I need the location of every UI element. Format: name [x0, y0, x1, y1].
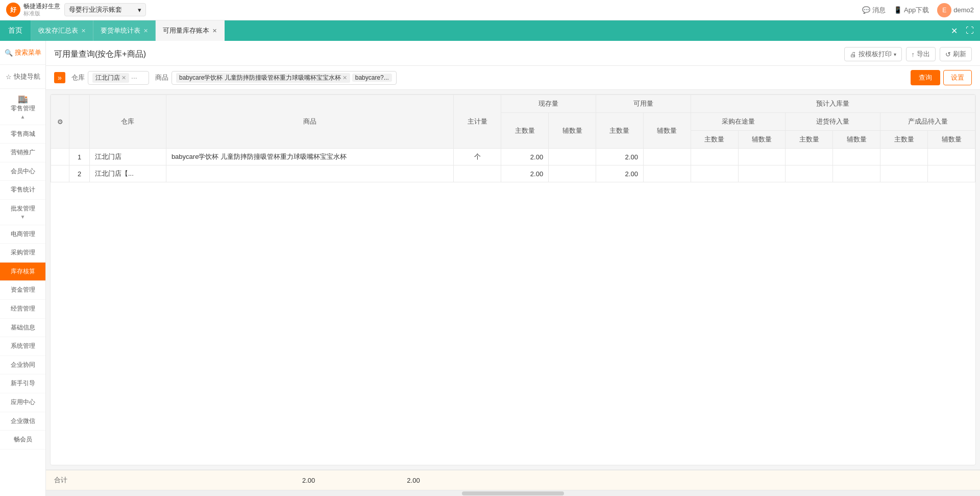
page-header: 可用量查询(按仓库+商品) 🖨 按模板打印 ▾ ↑ 导出 ↺ 刷新 — [46, 41, 980, 66]
warehouse-more-icon[interactable]: ··· — [131, 74, 137, 82]
quick-nav-label: 快捷导航 — [14, 72, 40, 81]
th-production-group: 产成品待入量 — [880, 113, 975, 131]
th-avail-main: 主数量 — [596, 113, 644, 149]
tab-yaohuo[interactable]: 要货单统计表 ✕ — [93, 20, 156, 41]
quick-nav-button[interactable]: ☆ 快捷导航 — [0, 69, 45, 84]
bottom-scrollbar[interactable] — [46, 490, 980, 496]
user-menu[interactable]: E demo2 — [937, 3, 974, 17]
sidebar-item-member-center[interactable]: 会员中心 — [0, 162, 45, 181]
tab-kuyongliang-close[interactable]: ✕ — [212, 28, 217, 34]
sidebar-item-retail-mgmt[interactable]: 🏬 零售管理 ▲ — [0, 89, 45, 125]
refresh-icon: ↺ — [945, 51, 951, 58]
warehouse-filter-label: 仓库 — [71, 73, 85, 82]
sidebar-item-wholesale-mgmt-label: 批发管理 — [11, 205, 35, 213]
company-name: 母婴行业演示账套 — [69, 5, 122, 14]
sidebar-item-app-center[interactable]: 应用中心 — [0, 393, 45, 412]
table-container: ⚙ 仓库 商品 主计量 现存量 可用量 预计入库量 主数量 辅数量 主数量 — [50, 94, 976, 465]
export-icon: ↑ — [912, 51, 915, 58]
table-row: 1 江北门店 babycare学饮杯 儿童防摔防撞吸管杯重力球吸嘴杯宝宝水杯 个… — [51, 149, 975, 166]
tab-shoufacun[interactable]: 收发存汇总表 ✕ — [31, 20, 93, 41]
logo-subtext: 标准版 — [23, 10, 60, 17]
th-current-main: 主数量 — [501, 113, 549, 149]
sidebar-item-finance[interactable]: 资金管理 — [0, 281, 45, 300]
refresh-label: 刷新 — [953, 50, 966, 59]
sidebar-item-enterprise-coop[interactable]: 企业协同 — [0, 356, 45, 375]
search-menu-label: 搜索菜单 — [15, 48, 41, 57]
gear-icon[interactable]: ⚙ — [57, 118, 63, 126]
product-filter-label: 商品 — [155, 73, 168, 82]
sidebar-item-finance-label: 资金管理 — [11, 286, 35, 294]
th-available-group: 可用量 — [596, 95, 691, 113]
sidebar-search-area: 🔍 搜索菜单 — [0, 41, 45, 65]
message-button[interactable]: 💬 消息 — [862, 6, 886, 15]
filter-action-buttons: 查询 设置 — [911, 70, 972, 85]
template-dropdown-icon: ▾ — [894, 52, 896, 57]
refresh-button[interactable]: ↺ 刷新 — [940, 47, 972, 61]
query-button[interactable]: 查询 — [911, 70, 940, 85]
settings-button[interactable]: 设置 — [943, 70, 972, 85]
message-label: 消息 — [872, 6, 886, 15]
th-pt-aux: 辅数量 — [738, 131, 786, 149]
print-icon: 🖨 — [850, 51, 856, 58]
app-download-button[interactable]: 📱 App下载 — [894, 6, 929, 15]
th-current-aux: 辅数量 — [549, 113, 596, 149]
search-menu-button[interactable]: 🔍 搜索菜单 — [4, 46, 41, 59]
cell-prod-main — [880, 149, 928, 166]
cell-warehouse: 江北门店 — [90, 149, 166, 166]
product-tag-1-close[interactable]: ✕ — [342, 75, 347, 81]
th-warehouse: 仓库 — [90, 95, 166, 149]
export-button[interactable]: ↑ 导出 — [906, 47, 936, 61]
th-inc-main: 主数量 — [786, 131, 833, 149]
sidebar-item-retail-mall[interactable]: 零售商城 — [0, 125, 45, 144]
sidebar-item-enterprise-wechat[interactable]: 企业微信 — [0, 412, 45, 431]
th-main-unit: 主计量 — [454, 95, 501, 149]
tab-shoufacun-close[interactable]: ✕ — [81, 28, 86, 34]
cell-inc-main — [786, 149, 833, 166]
scroll-thumb[interactable] — [462, 491, 564, 495]
cell-avail-main: 2.00 — [596, 149, 644, 166]
top-bar: 好 畅捷通好生意 标准版 母婴行业演示账套 ▾ 💬 消息 📱 App下载 E d… — [0, 0, 980, 20]
th-purchase-transit-group: 采购在途量 — [691, 113, 786, 131]
summary-label: 合计 — [54, 476, 67, 485]
sidebar-item-ecommerce[interactable]: 电商管理 — [0, 225, 45, 244]
warehouse-tag: 江北门店 ✕ — [92, 73, 129, 83]
logo-text: 畅捷通好生意 — [23, 3, 60, 10]
tab-home-label: 首页 — [8, 26, 22, 35]
sidebar-item-inventory[interactable]: 库存核算 — [0, 263, 45, 281]
sidebar-item-retail-stats[interactable]: 零售统计 — [0, 181, 45, 200]
sidebar-item-purchase[interactable]: 采购管理 — [0, 244, 45, 263]
cell-product — [166, 166, 454, 182]
data-table: ⚙ 仓库 商品 主计量 现存量 可用量 预计入库量 主数量 辅数量 主数量 — [51, 95, 975, 182]
sidebar-item-business[interactable]: 经营管理 — [0, 300, 45, 319]
warehouse-tag-close[interactable]: ✕ — [121, 75, 126, 81]
tab-home[interactable]: 首页 — [0, 20, 31, 41]
th-pt-main: 主数量 — [691, 131, 738, 149]
sidebar-item-marketing[interactable]: 营销推广 — [0, 144, 45, 162]
sidebar-item-members[interactable]: 畅会员 — [0, 431, 45, 450]
product-filter-input[interactable]: babycare学饮杯 儿童防摔防撞吸管杯重力球吸嘴杯宝宝水杯 ✕ babyca… — [172, 71, 397, 85]
sidebar-item-new-guide[interactable]: 新手引导 — [0, 374, 45, 393]
tab-yaohuo-close[interactable]: ✕ — [143, 28, 148, 34]
search-icon: 🔍 — [5, 49, 13, 57]
sidebar-item-wholesale-mgmt[interactable]: 批发管理 ▼ — [0, 200, 45, 225]
cell-current-main: 2.00 — [501, 149, 549, 166]
sidebar-item-basic-info[interactable]: 基础信息 — [0, 319, 45, 338]
warehouse-filter-input[interactable]: 江北门店 ✕ ··· — [88, 71, 149, 85]
filter-expand-button[interactable]: » — [54, 72, 65, 83]
avatar: E — [937, 3, 951, 17]
warehouse-filter-group: 仓库 江北门店 ✕ ··· — [71, 71, 149, 85]
cell-gear[interactable] — [51, 166, 69, 182]
template-print-button[interactable]: 🖨 按模板打印 ▾ — [844, 47, 902, 61]
product-filter-group: 商品 babycare学饮杯 儿童防摔防撞吸管杯重力球吸嘴杯宝宝水杯 ✕ bab… — [155, 71, 397, 85]
template-print-label: 按模板打印 — [859, 50, 892, 59]
company-select[interactable]: 母婴行业演示账套 ▾ — [64, 3, 146, 16]
page-actions: 🖨 按模板打印 ▾ ↑ 导出 ↺ 刷新 — [844, 47, 972, 61]
tab-kuyongliang[interactable]: 可用量库存账本 ✕ — [156, 20, 225, 41]
tab-expand-button[interactable]: ⛶ — [964, 24, 976, 37]
cell-current-aux — [549, 166, 596, 182]
tab-close-all-button[interactable]: ✕ — [949, 24, 960, 38]
cell-gear[interactable] — [51, 149, 69, 166]
sidebar-item-system-mgmt[interactable]: 系统管理 — [0, 337, 45, 356]
sidebar-item-retail-mall-label: 零售商城 — [11, 130, 35, 138]
quick-nav-icon: ☆ — [6, 73, 12, 81]
